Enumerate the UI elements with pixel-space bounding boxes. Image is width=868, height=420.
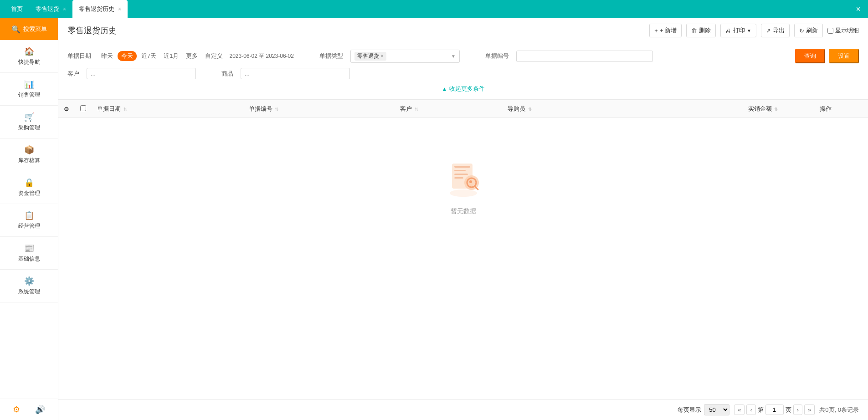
print-icon: 🖨 xyxy=(725,27,731,34)
shortcut-more[interactable]: 更多 xyxy=(183,51,200,61)
col-voucher[interactable]: 单据编号 ⇅ xyxy=(243,100,395,118)
toolbar: + + 新增 🗑 删除 🖨 打印 ▼ ↗ 导出 ↻ xyxy=(649,24,859,37)
window-close-button[interactable]: × xyxy=(856,5,861,14)
empty-text: 暂无数据 xyxy=(451,207,476,215)
search-icon: 🔍 xyxy=(11,25,21,34)
collapse-row: ▲ 收起更多条件 xyxy=(67,84,859,94)
data-table: ⚙ 单据日期 ⇅ 单据编号 ⇅ 客户 ⇅ xyxy=(58,100,868,252)
filter-area: 单据日期 昨天 今天 近7天 近1月 更多 自定义 2023-06-02 至 2… xyxy=(58,43,868,100)
print-button[interactable]: 🖨 打印 ▼ xyxy=(720,24,756,37)
per-page-select[interactable]: 20 50 100 xyxy=(704,404,729,415)
export-icon: ↗ xyxy=(766,27,771,34)
col-amount[interactable]: 实销金额 ⇅ xyxy=(632,100,784,118)
table-area: ⚙ 单据日期 ⇅ 单据编号 ⇅ 客户 ⇅ xyxy=(58,100,868,399)
type-dropdown-arrow: ▼ xyxy=(451,54,456,59)
svg-rect-4 xyxy=(454,174,468,175)
export-button[interactable]: ↗ 导出 xyxy=(761,24,790,37)
page-next-button[interactable]: › xyxy=(793,405,802,415)
sort-customer-icon: ⇅ xyxy=(415,107,418,112)
main-layout: 🔍 搜索菜单 🏠 快捷导航 📊 销售管理 🛒 采购管理 📦 库存核算 🔒 资金管… xyxy=(0,18,868,420)
top-bar: 首页 零售退货 × 零售退货历史 × × xyxy=(0,0,868,18)
volume-icon[interactable]: 🔊 xyxy=(35,405,45,415)
tab-retail-return-history[interactable]: 零售退货历史 × xyxy=(72,0,128,18)
show-detail-checkbox-wrap[interactable]: 显示明细 xyxy=(827,26,859,35)
shortcut-custom[interactable]: 自定义 xyxy=(202,51,226,61)
type-filter-value: 零售退货 × xyxy=(354,52,449,61)
page-nav: « ‹ 第 页 › » xyxy=(734,405,815,415)
sidebar: 🔍 搜索菜单 🏠 快捷导航 📊 销售管理 🛒 采购管理 📦 库存核算 🔒 资金管… xyxy=(0,18,58,420)
table-body: 暂无数据 xyxy=(58,118,868,252)
col-ops: 操作 xyxy=(783,100,868,118)
settings-button[interactable]: 设置 xyxy=(829,49,859,63)
delete-icon: 🗑 xyxy=(691,27,697,34)
sidebar-item-quick-nav[interactable]: 🏠 快捷导航 xyxy=(0,40,58,73)
add-button[interactable]: + + 新增 xyxy=(649,24,682,37)
shortcut-7days[interactable]: 近7天 xyxy=(139,51,159,61)
sort-amount-icon: ⇅ xyxy=(774,107,778,112)
page-input-wrap: 第 页 xyxy=(758,405,791,415)
date-filter-label: 单据日期 xyxy=(67,52,91,60)
type-tag-close[interactable]: × xyxy=(380,53,384,59)
customer-dots: ... xyxy=(91,70,96,77)
goods-dots: ... xyxy=(245,70,250,77)
voucher-filter-input[interactable] xyxy=(516,51,653,62)
tab-retail-return[interactable]: 零售退货 × xyxy=(29,0,72,18)
print-dropdown-icon: ▼ xyxy=(747,28,751,33)
table-header: ⚙ 单据日期 ⇅ 单据编号 ⇅ 客户 ⇅ xyxy=(58,100,868,118)
shortcut-yesterday[interactable]: 昨天 xyxy=(98,51,116,61)
col-settings[interactable]: ⚙ xyxy=(58,100,75,118)
svg-point-9 xyxy=(469,180,472,183)
voucher-filter-label: 单据编号 xyxy=(485,52,509,60)
pagination-bar: 每页显示 20 50 100 « ‹ 第 页 › » 共0页, 0条记录 xyxy=(58,399,868,420)
sidebar-item-system[interactable]: ⚙️ 系统管理 xyxy=(0,270,58,302)
inventory-icon: 📦 xyxy=(24,145,34,155)
content-area: 零售退货历史 + + 新增 🗑 删除 🖨 打印 ▼ ↗ 导出 xyxy=(58,18,868,420)
empty-state: 暂无数据 xyxy=(58,118,868,252)
page-prev-button[interactable]: ‹ xyxy=(746,405,755,415)
sort-guide-icon: ⇅ xyxy=(528,107,532,112)
collapse-button[interactable]: ▲ 收起更多条件 xyxy=(437,84,489,94)
refresh-button[interactable]: ↻ 刷新 xyxy=(794,24,823,37)
settings-bottom-icon[interactable]: ⚙ xyxy=(13,405,20,415)
select-all-checkbox[interactable] xyxy=(80,105,86,111)
page-last-button[interactable]: » xyxy=(804,405,815,415)
page-summary: 共0页, 0条记录 xyxy=(819,406,859,414)
shortcut-1month[interactable]: 近1月 xyxy=(161,51,181,61)
tab-home[interactable]: 首页 xyxy=(5,0,29,18)
svg-point-0 xyxy=(450,190,477,197)
col-guide[interactable]: 导购员 ⇅ xyxy=(502,100,632,118)
col-date[interactable]: 单据日期 ⇅ xyxy=(92,100,243,118)
shortcut-today[interactable]: 今天 xyxy=(118,51,137,61)
date-range-display: 2023-06-02 至 2023-06-02 xyxy=(229,52,293,60)
operations-icon: 📋 xyxy=(24,210,34,220)
query-button[interactable]: 查询 xyxy=(795,49,825,63)
empty-state-icon xyxy=(441,154,486,200)
sidebar-search[interactable]: 🔍 搜索菜单 xyxy=(0,18,58,40)
sidebar-item-finance[interactable]: 🔒 资金管理 xyxy=(0,171,58,204)
delete-button[interactable]: 🗑 删除 xyxy=(686,24,716,37)
sales-icon: 📊 xyxy=(24,79,34,89)
sidebar-item-sales[interactable]: 📊 销售管理 xyxy=(0,73,58,106)
customer-filter-select[interactable]: ... xyxy=(87,68,196,79)
filter-row-1: 单据日期 昨天 今天 近7天 近1月 更多 自定义 2023-06-02 至 2… xyxy=(67,49,859,63)
sidebar-item-basic-info[interactable]: 📰 基础信息 xyxy=(0,237,58,270)
close-tab-retail-return[interactable]: × xyxy=(63,6,66,12)
collapse-up-icon: ▲ xyxy=(442,86,447,92)
home-icon: 🏠 xyxy=(24,46,34,56)
date-shortcuts: 昨天 今天 近7天 近1月 更多 自定义 2023-06-02 至 2023-0… xyxy=(98,51,294,61)
basic-info-icon: 📰 xyxy=(24,243,34,253)
col-customer[interactable]: 客户 ⇅ xyxy=(395,100,502,118)
sidebar-bottom: ⚙ 🔊 xyxy=(0,399,58,420)
page-first-button[interactable]: « xyxy=(734,405,745,415)
sidebar-item-operations[interactable]: 📋 经营管理 xyxy=(0,204,58,237)
svg-rect-2 xyxy=(454,166,470,168)
page-input[interactable] xyxy=(765,405,784,415)
col-checkbox[interactable] xyxy=(75,100,92,118)
finance-icon: 🔒 xyxy=(24,178,34,188)
type-filter-select[interactable]: 零售退货 × ▼ xyxy=(350,50,460,63)
sidebar-item-inventory[interactable]: 📦 库存核算 xyxy=(0,138,58,171)
goods-filter-select[interactable]: ... xyxy=(241,68,350,79)
sidebar-item-purchase[interactable]: 🛒 采购管理 xyxy=(0,106,58,138)
show-detail-checkbox[interactable] xyxy=(827,28,833,34)
close-tab-retail-return-history[interactable]: × xyxy=(118,6,121,12)
